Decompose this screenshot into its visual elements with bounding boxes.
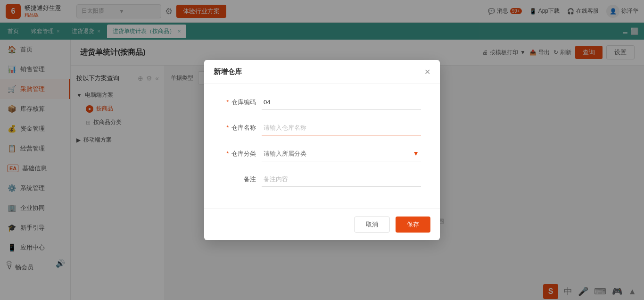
dialog-body: * 仓库编码 * 仓库名称 * 仓库分类: [204, 83, 440, 208]
dialog-overlay: 新增仓库 ✕ * 仓库编码 * 仓库名称: [0, 0, 644, 300]
remark-input[interactable]: [262, 172, 421, 187]
form-row-name: * 仓库名称: [223, 120, 421, 135]
code-input[interactable]: [262, 95, 421, 110]
dialog-footer: 取消 保存: [204, 208, 440, 240]
required-star-name: *: [226, 124, 229, 131]
new-warehouse-dialog: 新增仓库 ✕ * 仓库编码 * 仓库名称: [204, 60, 440, 240]
form-row-category: * 仓库分类 ▼: [223, 146, 421, 161]
dialog-header: 新增仓库 ✕: [204, 60, 440, 83]
remark-label: 备注: [223, 175, 256, 183]
dialog-close-btn[interactable]: ✕: [424, 67, 430, 76]
required-star-code: *: [226, 99, 229, 106]
name-label: * 仓库名称: [223, 124, 256, 132]
form-row-code: * 仓库编码: [223, 95, 421, 110]
category-dropdown-icon[interactable]: ▼: [413, 150, 419, 157]
name-input[interactable]: [262, 120, 421, 135]
category-input[interactable]: [262, 146, 421, 161]
dialog-title: 新增仓库: [214, 67, 242, 76]
save-btn[interactable]: 保存: [396, 217, 430, 233]
cancel-btn[interactable]: 取消: [354, 217, 390, 233]
form-row-remark: 备注: [223, 172, 421, 187]
required-star-category: *: [226, 150, 229, 157]
category-label: * 仓库分类: [223, 150, 256, 158]
category-select-wrap: ▼: [262, 146, 421, 161]
code-label: * 仓库编码: [223, 98, 256, 107]
